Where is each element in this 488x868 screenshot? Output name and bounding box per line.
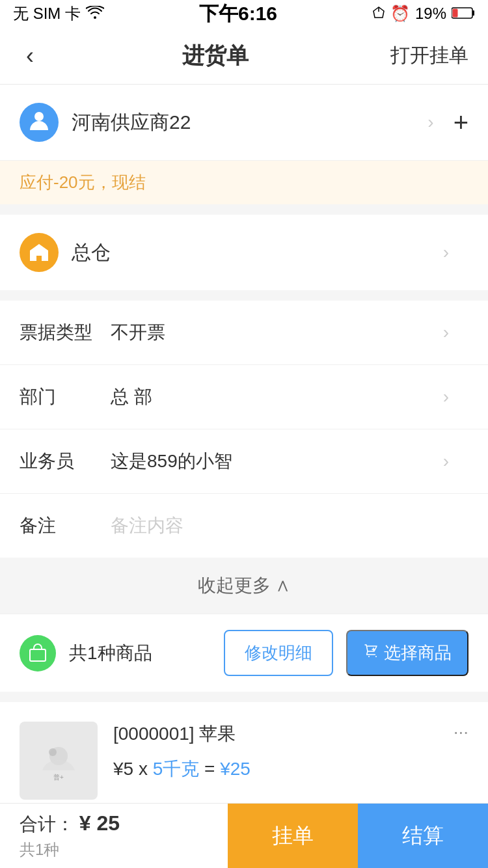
checkout-button[interactable]: 结算 (358, 804, 488, 868)
svg-point-8 (49, 748, 57, 756)
cart-icon (363, 643, 379, 663)
wifi-icon (86, 5, 104, 23)
invoice-label: 票据类型 (20, 320, 98, 345)
alarm-icon: ⏰ (390, 5, 410, 23)
add-supplier-button[interactable]: + (454, 108, 468, 137)
warehouse-row[interactable]: 总仓 › (0, 215, 488, 290)
supplier-name: 河南供应商22 (72, 109, 427, 136)
invoice-value: 不开票 (98, 320, 443, 345)
svg-rect-1 (472, 10, 474, 16)
total-amount: ¥ 25 (79, 811, 120, 835)
sales-value: 这是859的小智 (98, 449, 443, 474)
warehouse-chevron-icon: › (443, 242, 449, 263)
svg-point-6 (375, 656, 377, 657)
product-name: [0000001] 苹果 (113, 722, 438, 746)
warehouse-name: 总仓 (72, 239, 443, 266)
product-count-icon (20, 635, 56, 671)
status-left: 无 SIM 卡 (13, 3, 104, 24)
bottom-total: 合计： ¥ 25 共1种 (0, 804, 228, 868)
svg-point-5 (368, 656, 370, 657)
page-title: 进货单 (182, 41, 249, 71)
dept-label: 部门 (20, 385, 98, 409)
notice-bar: 应付-20元，现结 (0, 161, 488, 204)
supplier-chevron-icon: › (427, 112, 433, 133)
sim-text: 无 SIM 卡 (13, 3, 81, 24)
remark-input[interactable]: 备注内容 (98, 513, 468, 538)
sales-label: 业务员 (20, 449, 98, 474)
person-icon (27, 108, 51, 137)
form-card: 票据类型 不开票 › 部门 总 部 › 业务员 这是859的小智 › 备注 备注… (0, 301, 488, 558)
open-pending-button[interactable]: 打开挂单 (390, 42, 468, 69)
total-label: 合计： (20, 814, 74, 834)
remark-row[interactable]: 备注 备注内容 (0, 494, 488, 558)
price-equals: = (204, 759, 220, 779)
price-total: ¥25 (220, 759, 251, 779)
sales-chevron-icon: › (443, 451, 449, 472)
pending-button[interactable]: 挂单 (228, 804, 358, 868)
back-button[interactable]: ‹ (20, 36, 40, 76)
collapse-button[interactable]: 收起更多 ∧ (0, 558, 488, 614)
svg-rect-2 (452, 9, 457, 18)
supplier-avatar (20, 103, 59, 142)
total-main: 合计： ¥ 25 (20, 811, 208, 837)
invoice-chevron-icon: › (443, 322, 449, 343)
invoice-row[interactable]: 票据类型 不开票 › (0, 301, 488, 365)
supplier-card: 河南供应商22 › + 应付-20元，现结 (0, 85, 488, 204)
select-product-label: 选择商品 (384, 642, 452, 664)
product-more-button[interactable]: ··· (454, 722, 468, 742)
price-qty: 5千克 (153, 759, 200, 779)
products-header: 共1种商品 修改明细 选择商品 (0, 614, 488, 692)
status-bar: 无 SIM 卡 下午6:16 ⏰ 19% (0, 0, 488, 27)
product-price-info: ¥5 x 5千克 = ¥25 (113, 757, 438, 781)
product-code: [0000001] (113, 724, 195, 744)
nav-bar: ‹ 进货单 打开挂单 (0, 27, 488, 85)
battery-text: 19% (415, 5, 446, 23)
battery-icon (452, 5, 475, 23)
price-multiply: x (139, 759, 153, 779)
product-info: [0000001] 苹果 ¥5 x 5千克 = ¥25 (113, 722, 438, 781)
svg-text:普+: 普+ (53, 774, 64, 781)
svg-rect-4 (30, 649, 46, 661)
edit-detail-button[interactable]: 修改明细 (224, 630, 333, 676)
supplier-row[interactable]: 河南供应商22 › + (0, 85, 488, 161)
product-thumbnail: 普+ (20, 722, 98, 800)
product-item: 普+ [0000001] 苹果 ¥5 x 5千克 = ¥25 ··· (0, 702, 488, 819)
status-time: 下午6:16 (199, 1, 277, 27)
select-product-button[interactable]: 选择商品 (346, 630, 468, 676)
dept-row[interactable]: 部门 总 部 › (0, 365, 488, 429)
total-sub: 共1种 (20, 839, 208, 860)
dept-value: 总 部 (98, 385, 443, 409)
svg-point-3 (34, 112, 44, 121)
product-count-text: 共1种商品 (69, 641, 211, 666)
price-value: ¥5 (113, 759, 133, 779)
dept-chevron-icon: › (443, 387, 449, 407)
warehouse-icon-wrap (20, 233, 59, 272)
main-content: 河南供应商22 › + 应付-20元，现结 总仓 › 票据类型 不开票 › 部门… (0, 85, 488, 868)
warehouse-card: 总仓 › (0, 215, 488, 290)
location-icon (372, 5, 385, 23)
product-title: 苹果 (199, 724, 236, 744)
bottom-bar: 合计： ¥ 25 共1种 挂单 结算 (0, 803, 488, 868)
sales-row[interactable]: 业务员 这是859的小智 › (0, 429, 488, 494)
status-right: ⏰ 19% (372, 5, 475, 23)
remark-label: 备注 (20, 513, 98, 538)
